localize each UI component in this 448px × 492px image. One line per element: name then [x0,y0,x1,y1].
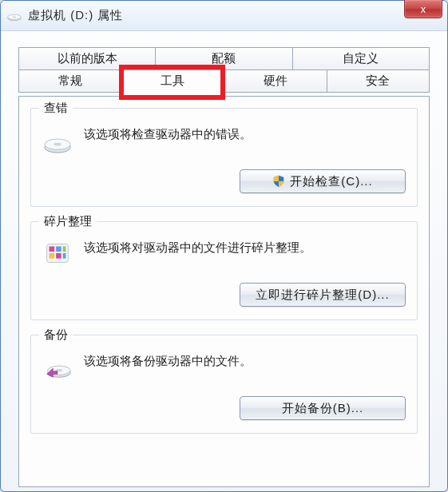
defrag-icon [42,238,73,268]
svg-rect-7 [50,246,55,252]
defragment-now-button-label: 立即进行碎片整理(D)... [256,288,389,303]
tab-tools[interactable]: 工具 [121,69,225,93]
defragment-now-button[interactable]: 立即进行碎片整理(D)... [240,283,406,307]
tab-hardware[interactable]: 硬件 [224,69,327,93]
tab-previous-versions[interactable]: 以前的版本 [18,47,156,70]
close-button[interactable]: x [404,0,442,18]
svg-rect-11 [56,253,61,259]
tab-panel-tools: 查错 该选项将检查驱动器中的错误。 [18,96,430,487]
drive-check-icon [42,125,73,155]
content-area: 以前的版本 配额 自定义 常规 工具 硬件 安全 查错 [1,31,447,492]
group-backup: 备份 该选项将备份驱动器中的文件。 开始备份(B)... [30,335,418,434]
group-title-defragmentation: 碎片整理 [39,214,97,229]
window-title: 虚拟机 (D:) 属性 [28,8,123,23]
tab-row-back: 以前的版本 配额 自定义 [18,47,430,70]
properties-window: 虚拟机 (D:) 属性 x 以前的版本 配额 自定义 常规 工具 硬件 安全 [0,0,448,492]
backup-icon [42,351,73,382]
tab-quota[interactable]: 配额 [155,47,292,70]
titlebar[interactable]: 虚拟机 (D:) 属性 x [1,1,447,31]
uac-shield-icon [272,175,285,188]
close-icon: x [421,3,426,15]
svg-rect-8 [56,246,61,252]
tab-strip: 以前的版本 配额 自定义 常规 工具 硬件 安全 [18,47,430,97]
defragmentation-description: 该选项将对驱动器中的文件进行碎片整理。 [84,236,406,256]
group-title-error-checking: 查错 [39,101,73,116]
svg-point-2 [13,16,17,18]
backup-description: 该选项将备份驱动器中的文件。 [84,350,406,369]
group-error-checking: 查错 该选项将检查驱动器中的错误。 [30,108,418,207]
svg-point-5 [54,143,61,146]
backup-now-button-label: 开始备份(B)... [282,401,364,416]
tab-customize[interactable]: 自定义 [292,47,430,70]
group-title-backup: 备份 [39,327,73,343]
check-now-button-label: 开始检查(C)... [290,174,372,189]
tab-row-front: 常规 工具 硬件 安全 [18,69,430,93]
backup-now-button[interactable]: 开始备份(B)... [240,396,406,420]
group-defragmentation: 碎片整理 该选项将对驱动器中的文件进行碎片整理。 [30,221,418,320]
check-now-button[interactable]: 开始检查(C)... [240,169,406,193]
tab-security[interactable]: 安全 [327,69,430,93]
svg-rect-10 [50,253,55,259]
svg-rect-9 [63,246,66,252]
drive-icon [7,10,22,22]
error-checking-description: 该选项将检查驱动器中的错误。 [84,123,406,142]
tab-general[interactable]: 常规 [18,69,122,93]
svg-rect-12 [63,253,66,259]
